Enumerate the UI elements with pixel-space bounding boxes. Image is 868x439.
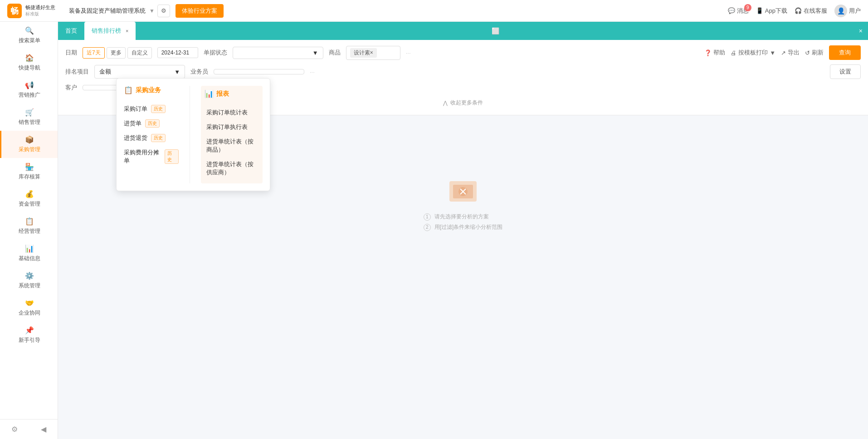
settings-button[interactable]: ⚙: [157, 5, 170, 17]
set-button[interactable]: 设置: [830, 64, 861, 79]
menu-item-goods-receipt-stats-by-supplier[interactable]: 进货单统计表（按供应商）: [205, 157, 259, 180]
collapse-icon: ⋀: [443, 100, 448, 106]
industry-button[interactable]: 体验行业方案: [176, 4, 224, 18]
main-content: 日期 近7天 更多 自定义 单据状态 ▼ 商品: [58, 40, 868, 439]
print-button[interactable]: 🖨 按模板打印 ▼: [731, 49, 775, 57]
sidebar-item-sales[interactable]: 🛒 销售管理: [0, 104, 58, 131]
sidebar-item-newbie[interactable]: 📌 新手引导: [0, 321, 58, 349]
date-range-group: 近7天 更多 自定义: [83, 47, 152, 59]
menu-item-goods-receipt[interactable]: 进货单 历史: [124, 116, 179, 131]
gear-icon: ⚙️: [25, 271, 34, 280]
export-button[interactable]: ↗ 导出: [781, 49, 800, 57]
logo-icon: 畅: [7, 4, 22, 18]
salesman-label: 业务员: [190, 68, 208, 76]
goods-filter[interactable]: 设计素×: [346, 46, 400, 60]
menu-item-purchase-order-exec[interactable]: 采购订单执行表: [205, 120, 259, 134]
date-to-input[interactable]: [157, 47, 198, 58]
empty-illustration: [440, 172, 486, 208]
bill-status-label: 单据状态: [204, 49, 227, 57]
menu-item-goods-return[interactable]: 进货退货 历史: [124, 131, 179, 145]
message-badge: 9: [744, 4, 751, 11]
logo-area: 畅 畅捷通好生意 标准版: [7, 4, 65, 18]
dropdown-arrow-icon[interactable]: ▼: [149, 8, 155, 14]
menu-divider: [190, 86, 190, 183]
app-download-button[interactable]: 📱 App下载: [756, 7, 787, 15]
sidebar-item-finance[interactable]: 💰 资金管理: [0, 185, 58, 212]
pin-icon: 📌: [25, 326, 34, 335]
help-button[interactable]: ❓ 帮助: [704, 49, 725, 57]
menu-item-purchase-order-stats[interactable]: 采购订单统计表: [205, 105, 259, 120]
sidebar-bottom: ⚙ ◀: [0, 419, 58, 439]
top-bar: 畅 畅捷通好生意 标准版 装备及固定资产辅助管理系统 ▼ ⚙ 体验行业方案 💬 …: [0, 0, 868, 22]
message-button[interactable]: 💬 消息 9: [728, 7, 749, 15]
sidebar-item-marketing[interactable]: 📢 营销推广: [0, 76, 58, 104]
settings-bottom-icon[interactable]: ⚙: [11, 425, 18, 434]
home-icon: 🏠: [25, 54, 34, 62]
ranking-arrow-icon: ▼: [174, 69, 180, 75]
empty-hint-2: 2 用[过滤]条件来缩小分析范围: [424, 223, 503, 231]
goods-ellipsis[interactable]: ···: [406, 49, 411, 56]
sidebar-item-basic[interactable]: 📊 基础信息: [0, 240, 58, 267]
tab-sales-rank[interactable]: 销售排行榜 ×: [84, 22, 136, 40]
select-arrow-icon: ▼: [312, 49, 318, 56]
date-option-more[interactable]: 更多: [107, 47, 126, 59]
empty-hint-1: 1 请先选择要分析的方案: [424, 213, 503, 221]
sidebar-item-search[interactable]: 🔍 搜索菜单: [0, 22, 58, 49]
filter-row-1: 日期 近7天 更多 自定义 单据状态 ▼ 商品: [65, 45, 861, 60]
customer-label: 客户: [65, 84, 77, 92]
logo-text: 畅捷通好生意: [25, 4, 55, 10]
sidebar-item-purchase[interactable]: 📦 采购管理: [0, 131, 58, 158]
chart-icon: 📊: [25, 244, 34, 253]
refresh-button[interactable]: ↺ 刷新: [805, 49, 824, 57]
report-icon: 📋: [25, 217, 34, 226]
headset-icon: 🎧: [795, 7, 802, 14]
top-right-actions: 💬 消息 9 📱 App下载 🎧 在线客服 👤 用户: [728, 5, 861, 17]
collapse-sidebar-icon[interactable]: ◀: [41, 425, 46, 434]
warehouse-icon: 🏪: [25, 163, 34, 171]
online-service-button[interactable]: 🎧 在线客服: [795, 7, 827, 15]
sidebar-item-operations[interactable]: 📋 经营管理: [0, 212, 58, 240]
menu-item-purchase-order[interactable]: 采购订单 历史: [124, 102, 179, 116]
goods-tag: 设计素×: [350, 48, 377, 58]
purchase-menu-section: 📋 采购业务 采购订单 历史 进货单 历史 进货退货: [124, 86, 179, 183]
date-label: 日期: [65, 49, 77, 57]
box-icon: 📦: [25, 135, 34, 144]
close-tab-icon[interactable]: ×: [859, 27, 868, 35]
user-avatar: 👤: [834, 5, 847, 17]
sidebar: 🔍 搜索菜单 🏠 快捷导航 📢 营销推广 🛒 销售管理 📦 采购管理 🏪: [0, 22, 58, 439]
menu-item-goods-receipt-stats-by-goods[interactable]: 进货单统计表（按商品）: [205, 134, 259, 157]
sidebar-item-quick[interactable]: 🏠 快捷导航: [0, 49, 58, 76]
search-icon: 🔍: [25, 26, 34, 35]
phone-icon: 📱: [756, 7, 763, 14]
top-actions: ❓ 帮助 🖨 按模板打印 ▼ ↗ 导出 ↺ 刷新: [704, 49, 824, 57]
purchase-section-icon: 📋: [124, 86, 133, 94]
menu-item-purchase-expense[interactable]: 采购费用分摊单 历史: [124, 145, 179, 168]
sidebar-item-enterprise[interactable]: 🤝 企业协同: [0, 294, 58, 321]
report-section-title: 📊 报表: [205, 89, 259, 101]
ranking-select[interactable]: 金额 ▼: [94, 65, 185, 79]
user-menu-button[interactable]: 👤 用户: [834, 5, 861, 17]
resize-icon[interactable]: ⬜: [492, 27, 503, 35]
content-area: 首页 销售排行榜 × ⬜ × 日期 近7天: [58, 22, 868, 439]
salesman-select[interactable]: [214, 69, 304, 74]
purchase-section-title: 📋 采购业务: [124, 86, 179, 97]
tab-close-icon[interactable]: ×: [126, 28, 128, 34]
goods-label: 商品: [329, 49, 341, 57]
salesman-ellipsis[interactable]: ···: [310, 69, 315, 75]
empty-hint: 1 请先选择要分析的方案 2 用[过滤]条件来缩小分析范围: [424, 213, 503, 231]
sidebar-item-inventory[interactable]: 🏪 库存核算: [0, 158, 58, 185]
filter-row-2: 排名项目 金额 ▼ 业务员 ··· 设置: [65, 64, 861, 79]
megaphone-icon: 📢: [25, 81, 34, 89]
report-menu-section: 📊 报表 采购订单统计表 采购订单执行表 进货单统计表（按商品） 进货单统计表（…: [201, 86, 263, 183]
dropdown-menu: 📋 采购业务 采购订单 历史 进货单 历史 进货退货: [116, 78, 270, 191]
main-layout: 🔍 搜索菜单 🏠 快捷导航 📢 营销推广 🛒 销售管理 📦 采购管理 🏪: [0, 22, 868, 439]
query-button[interactable]: 查询: [829, 45, 861, 60]
date-option-custom[interactable]: 自定义: [127, 47, 152, 59]
tab-home[interactable]: 首页: [58, 22, 84, 40]
system-name: 装备及固定资产辅助管理系统: [69, 7, 146, 15]
date-option-7days[interactable]: 近7天: [83, 47, 105, 59]
app-container: 畅 畅捷通好生意 标准版 装备及固定资产辅助管理系统 ▼ ⚙ 体验行业方案 💬 …: [0, 0, 868, 439]
bill-status-select[interactable]: ▼: [233, 47, 323, 59]
ranking-label: 排名项目: [65, 68, 89, 76]
sidebar-item-system[interactable]: ⚙️ 系统管理: [0, 267, 58, 294]
